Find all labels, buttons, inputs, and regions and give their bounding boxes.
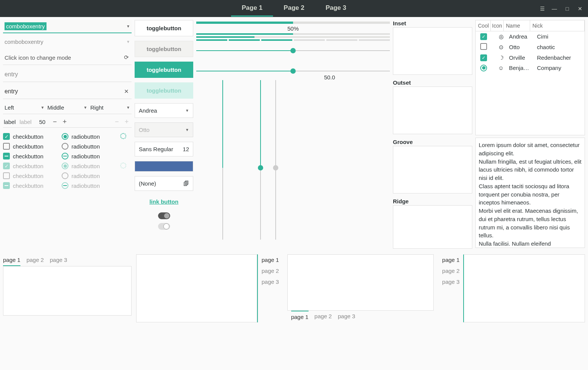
chevron-down-icon: ▼ <box>185 108 189 113</box>
nb3-tab-2[interactable]: page 2 <box>315 311 332 322</box>
checkbutton-3[interactable]: checkbutton <box>3 153 60 159</box>
nb4-tab-1[interactable]: page 1 <box>438 254 463 265</box>
maximize-icon[interactable]: □ <box>562 3 573 14</box>
radiobutton-6-disabled: radiobutton <box>62 182 119 189</box>
checkbutton-5-disabled: checkbutton <box>3 172 60 179</box>
treeview[interactable]: Cool Icon Name Nick ✓ ◎ Andrea Cimi ⊙ <box>475 20 585 135</box>
nb1-tab-3[interactable]: page 3 <box>50 254 67 266</box>
verified-icon: ◎ <box>495 33 507 40</box>
progress-bar-3 <box>196 36 390 38</box>
file-chooser-button[interactable]: (None)🗐 <box>135 176 193 191</box>
font-button[interactable]: Sans Regular12 <box>135 142 193 156</box>
refresh-icon[interactable]: ⟳ <box>123 54 130 61</box>
notebook-right-tabs: page 1 page 2 page 3 <box>136 254 283 322</box>
nb4-page <box>463 254 585 322</box>
spin-minus-disabled: − <box>112 118 122 126</box>
spin-label-2: label <box>19 119 35 125</box>
switch-1-on[interactable] <box>158 212 170 219</box>
header-tab-3[interactable]: Page 3 <box>315 0 357 17</box>
checkbutton-4-disabled: ✓checkbutton <box>3 163 60 169</box>
vertical-slider-2[interactable] <box>257 80 264 240</box>
frame-ridge: Ridge <box>393 198 472 251</box>
radiobutton-3[interactable]: radiobutton <box>62 153 119 159</box>
tree-row-3[interactable]: ☺ Benja… Company <box>476 63 585 73</box>
radiobutton-2[interactable]: radiobutton <box>62 143 119 150</box>
color-button[interactable] <box>135 161 193 172</box>
warning-icon: ⊙ <box>495 44 507 51</box>
dropdown-left[interactable]: Left▼ <box>3 101 46 114</box>
clear-icon[interactable]: ✕ <box>123 88 130 95</box>
moon-icon: ☽ <box>495 54 507 61</box>
vertical-sliders <box>196 77 390 240</box>
comboboxentry-1[interactable]: comboboxentry ▼ <box>3 20 132 33</box>
togglebutton-3-active[interactable]: togglebutton <box>135 62 193 78</box>
nb1-tab-2[interactable]: page 2 <box>26 254 44 266</box>
entry-placeholder[interactable] <box>3 67 132 82</box>
close-icon[interactable]: ✕ <box>574 3 586 14</box>
file-label: (None) <box>139 180 156 187</box>
check-icon[interactable] <box>480 43 487 50</box>
link-button[interactable]: link button <box>135 195 193 208</box>
spin-value[interactable]: 50 <box>34 119 50 125</box>
col-icon[interactable]: Icon <box>491 20 504 31</box>
mode-entry[interactable]: Click icon to change mode ⟳ <box>3 50 132 65</box>
dropdown-middle[interactable]: Middle▼ <box>46 101 88 114</box>
nb2-tab-1[interactable]: page 1 <box>258 254 283 265</box>
textview[interactable]: Lorem ipsum dolor sit amet, consectetur … <box>475 138 585 248</box>
radiobutton-1[interactable]: radiobutton <box>62 133 119 140</box>
col-nick[interactable]: Nick <box>530 20 585 31</box>
header-tab-2[interactable]: Page 2 <box>273 0 315 17</box>
level-bar <box>196 39 390 41</box>
spin-plus-button[interactable]: + <box>60 118 70 126</box>
check-icon[interactable]: ✓ <box>480 54 487 61</box>
notebook-bottom-tabs: page 1 page 2 page 3 <box>287 254 434 322</box>
col-cool[interactable]: Cool <box>476 20 491 31</box>
nb2-page <box>136 254 257 322</box>
nb1-tab-1[interactable]: page 1 <box>3 254 20 266</box>
radio-icon[interactable] <box>480 65 487 71</box>
progress-bar-1 <box>196 22 390 24</box>
checkbutton-1[interactable]: ✓checkbutton <box>3 133 60 140</box>
horizontal-slider-1[interactable] <box>196 47 390 54</box>
nb3-tab-3[interactable]: page 3 <box>338 311 355 322</box>
vertical-slider-3-disabled <box>272 80 279 240</box>
spin-plus-disabled: + <box>122 118 132 126</box>
tree-row-1[interactable]: ⊙ Otto chaotic <box>476 42 585 53</box>
nb3-tab-1[interactable]: page 1 <box>291 311 309 322</box>
dropdown-right[interactable]: Right▼ <box>89 101 132 114</box>
horizontal-slider-2[interactable]: 50.0 <box>196 67 390 75</box>
togglebutton-2-disabled: togglebutton <box>135 41 193 57</box>
chevron-down-icon[interactable]: ▼ <box>126 40 130 44</box>
comboboxentry-2[interactable]: comboboxentry ▼ <box>3 36 132 48</box>
col-name[interactable]: Name <box>504 20 530 31</box>
togglebutton-1[interactable]: togglebutton <box>135 20 193 36</box>
combo-placeholder: comboboxentry <box>5 39 126 45</box>
switch-2[interactable] <box>158 223 170 230</box>
font-name: Sans Regular <box>139 146 173 152</box>
nb4-tab-3[interactable]: page 3 <box>438 276 463 287</box>
header-tab-1[interactable]: Page 1 <box>231 0 273 17</box>
right-panel: Cool Icon Name Nick ✓ ◎ Andrea Cimi ⊙ <box>475 20 585 251</box>
spin-minus-button[interactable]: − <box>50 118 60 126</box>
entry-input-1[interactable] <box>5 71 130 78</box>
chevron-down-icon: ▼ <box>84 105 87 110</box>
progress-panel: 50% 50.0 <box>196 20 390 251</box>
minimize-icon[interactable]: — <box>549 3 560 14</box>
entry-clearable[interactable]: ✕ <box>3 84 132 99</box>
chevron-down-icon[interactable]: ▼ <box>126 24 130 28</box>
header-tabs: Page 1 Page 2 Page 3 <box>231 0 357 17</box>
nb2-tab-3[interactable]: page 3 <box>258 276 283 287</box>
nb2-tab-2[interactable]: page 2 <box>258 265 283 276</box>
nb1-page <box>3 266 132 316</box>
chevron-down-icon: ▼ <box>126 105 130 110</box>
tree-row-0[interactable]: ✓ ◎ Andrea Cimi <box>476 31 585 42</box>
hamburger-menu-icon[interactable]: ☰ <box>537 3 548 14</box>
entry-input-2[interactable] <box>5 88 123 95</box>
tree-row-2[interactable]: ✓ ☽ Orville Redenbacher <box>476 53 585 63</box>
check-icon[interactable]: ✓ <box>480 33 487 40</box>
combobox-andrea[interactable]: Andrea▼ <box>135 103 193 118</box>
checkbutton-2[interactable]: checkbutton <box>3 143 60 150</box>
toggle-panel: togglebutton togglebutton togglebutton t… <box>135 20 193 251</box>
nb4-tab-2[interactable]: page 2 <box>438 265 463 276</box>
vertical-slider-1[interactable] <box>219 80 227 240</box>
